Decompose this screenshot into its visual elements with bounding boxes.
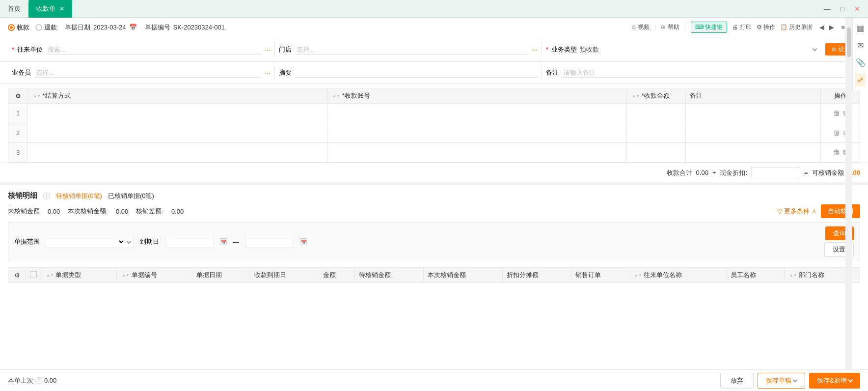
sort-doc-type[interactable]: ▲▼ [46,274,54,278]
verify-info-icon[interactable]: i [43,193,50,199]
row2-account[interactable] [327,123,627,143]
row3-account[interactable] [327,143,627,163]
th-account-label: *收款账号 [342,92,370,99]
discount-input[interactable] [751,167,800,178]
auto-verify-btn[interactable]: 自动核销 [821,204,860,218]
business-type-group: * 业务类型 预收款 ⚙ 设置 [542,41,860,57]
table-row: 2 🗑 ⧉ [8,123,860,143]
store-more[interactable]: ··· [532,46,538,54]
save-new-dropdown-icon[interactable] [848,378,853,383]
available-label: 可核销金额 [812,168,844,177]
radio-shoukuan[interactable]: 收款 [8,23,29,32]
nav-right[interactable]: ▶ [827,23,836,32]
th-amount-label: *收款金额 [642,92,670,99]
sidebar-clip-icon[interactable]: 📎 [854,56,868,69]
maximize-btn[interactable]: □ [838,4,847,14]
settings-gear-icon: ⚙ [831,46,837,53]
nav-list-icon[interactable]: ≡ [841,24,845,31]
range-select[interactable] [49,238,125,246]
sidebar-mail-icon[interactable]: ✉ [855,39,866,52]
sort-account[interactable]: ▲▼ [332,94,340,98]
btn-shortcut[interactable]: ⌨ 快捷键 [691,22,727,33]
btn-operation[interactable]: ⚙ 操作 [757,23,775,31]
save-draft-btn[interactable]: 保存草稿 [758,373,805,389]
abandon-btn[interactable]: 放弃 [720,373,754,389]
row1-amount[interactable] [627,104,686,123]
bth-discount: 折扣分摊额 [503,268,571,283]
row3-delete-icon[interactable]: 🗑 [833,148,840,157]
minimize-btn[interactable]: — [821,4,834,14]
row3-num: 3 [8,143,28,163]
more-conditions-btn[interactable]: ▽ 更多条件 ∧ [777,207,817,216]
bth-doc-date-label: 单据日期 [196,271,222,279]
cal-to-icon[interactable]: 📅 [300,238,307,245]
order-field: 单据编号 SK-20230324-001 [145,23,225,32]
remark-label: 备注 [546,68,559,77]
date-to-input[interactable]: 2022-04-12 [245,236,294,248]
calendar-icon[interactable]: 📅 [129,24,137,31]
store-input[interactable] [295,45,529,55]
tab-close-icon[interactable]: ✕ [59,5,64,12]
row3-amount[interactable] [627,143,686,163]
from-unit-input[interactable] [46,45,262,55]
save-draft-dropdown-icon[interactable] [793,378,798,383]
bth-settings[interactable]: ⚙ [8,268,26,283]
row3-actions: 🗑 ⧉ [821,143,860,163]
btn-help[interactable]: ⊙ 帮助 [661,23,679,31]
sort-doc-num[interactable]: ▲▼ [122,274,130,278]
footer-info-icon[interactable]: i [35,377,42,384]
tab-done[interactable]: 已核销单据(0笔) [108,192,154,200]
btn-print[interactable]: 🖨 打印 [732,23,751,31]
tab-pending[interactable]: 待核销单据(0笔) [56,192,102,200]
bth-collect-date-label: 收款到期日 [254,271,286,279]
nav-left[interactable]: ◀ [817,23,826,32]
radio-tuikuan[interactable]: 退款 [35,23,57,32]
close-btn[interactable]: ✕ [851,4,863,14]
header-checkbox[interactable] [30,271,37,278]
bottom-table-wrapper: ⚙ ▲▼ 单据类型 ▲▼ 单据编号 [8,265,860,283]
current-verify-value: 0.00 [116,208,128,215]
table-gear-icon: ⚙ [15,92,21,100]
table-settings-header[interactable]: ⚙ [8,88,28,104]
save-new-btn[interactable]: 保存&新增 [809,373,860,389]
summary-group: 摘要 [275,66,542,80]
row1-delete-icon[interactable]: 🗑 [833,109,840,117]
row1-remark[interactable] [686,104,821,123]
remark-group: 备注 [542,66,860,80]
row3-remark[interactable] [686,143,821,163]
row2-delete-icon[interactable]: 🗑 [833,129,840,137]
bth-current-label: 本次核销金额 [428,271,466,279]
cal-from-icon[interactable]: 📅 [220,238,227,245]
biz-type-dropdown-icon[interactable] [813,47,817,52]
sort-amount[interactable]: ▲▼ [632,94,640,98]
from-unit-more[interactable]: ··· [265,46,271,54]
btn-video[interactable]: ⊙ 视频 [631,23,650,31]
sort-unit-name[interactable]: ▲▼ [634,274,642,278]
scroll-indicator[interactable] [845,18,852,369]
staff-input[interactable] [34,68,262,78]
tab-receipt[interactable]: 收款单 ✕ [28,0,72,18]
staff-more[interactable]: ··· [265,69,271,77]
row2-settlement[interactable] [28,123,327,143]
sidebar-table-icon[interactable]: ▦ [855,22,866,35]
summary-row: 收款合计 0.00 + 现金折扣: = 可核销金额 0.00 [0,163,868,182]
sort-settlement[interactable]: ▲▼ [33,94,41,98]
tab-home[interactable]: 首页 [0,0,28,18]
sidebar-expand-icon[interactable]: ⤢ [855,73,866,86]
row1-account[interactable] [327,104,627,123]
remark-input[interactable] [562,68,856,78]
row3-settlement[interactable] [28,143,327,163]
sort-dept-name[interactable]: ▲▼ [789,274,797,278]
th-remark: 备注 [686,88,821,104]
date-from-input[interactable]: 2022-04-01 [165,236,214,248]
btn-history[interactable]: 📋 历史单据 [780,23,813,31]
staff-label: 业务员 [12,68,31,77]
row1-settlement[interactable] [28,104,327,123]
footer-spacer [0,289,868,318]
row2-remark[interactable] [686,123,821,143]
filter-icon: ▽ [777,208,782,215]
bth-doc-num: ▲▼ 单据编号 [117,268,192,283]
row2-amount[interactable] [627,123,686,143]
summary-input[interactable] [295,68,538,78]
date-filter-row: 单据范围 到期日 2022-04-01 📅 — 2022-04-12 📅 查询 … [8,222,860,261]
